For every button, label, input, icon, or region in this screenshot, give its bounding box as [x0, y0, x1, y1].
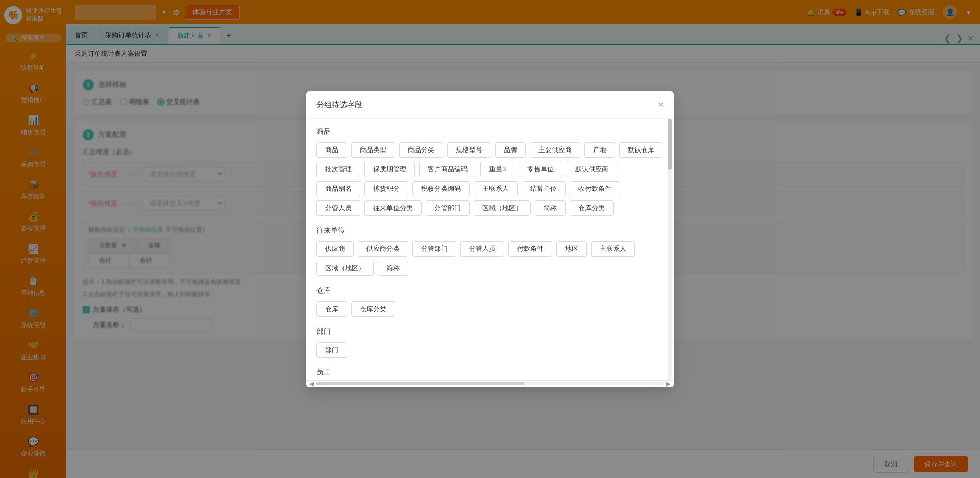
field-chip-customer-code[interactable]: 客户商品编码: [419, 162, 476, 177]
hscroll-thumb: [316, 382, 525, 385]
field-chip-supplier-category[interactable]: 供应商分类: [358, 241, 408, 257]
field-chip-main-contact[interactable]: 主联系人: [474, 181, 518, 196]
field-chip-product-alias[interactable]: 商品别名: [316, 181, 360, 196]
field-chip-batch-mgmt[interactable]: 批次管理: [316, 162, 360, 177]
hscroll-track[interactable]: [316, 382, 664, 385]
field-chip-product-category[interactable]: 商品分类: [399, 142, 443, 158]
field-chip-dept[interactable]: 部门: [316, 342, 347, 358]
field-chip-region3[interactable]: 区域（地区）: [316, 261, 374, 276]
warehouse-section-title: 仓库: [316, 286, 664, 295]
counterparty-field-grid: 供应商 供应商分类 分管部门 分管人员 付款条件 地区 主联系人 区域（地区） …: [316, 241, 664, 276]
field-chip-default-supplier[interactable]: 默认供应商: [567, 162, 617, 177]
field-chip-payment-terms[interactable]: 收付款条件: [570, 181, 620, 196]
modal-section-warehouse: 仓库 仓库 仓库分类: [316, 286, 664, 317]
product-section-title: 商品: [316, 127, 664, 136]
field-chip-region2[interactable]: 地区: [556, 241, 587, 257]
field-chip-default-warehouse[interactable]: 默认仓库: [619, 142, 663, 158]
warehouse-field-grid: 仓库 仓库分类: [316, 301, 664, 317]
modal-hscroll: ◀ ▶: [306, 380, 674, 387]
field-chip-settlement-unit[interactable]: 结算单位: [522, 181, 566, 196]
modal-scrollbar-thumb: [668, 119, 672, 170]
field-chip-weight3[interactable]: 重量3: [480, 162, 514, 177]
field-chip-retail-unit[interactable]: 零售单位: [519, 162, 562, 177]
modal-overlay: 分组待选字段 × 商品 商品 商品类型 商品分类 规格型号 品牌 主要供应商 产…: [0, 0, 980, 478]
modal-section-product: 商品 商品 商品类型 商品分类 规格型号 品牌 主要供应商 产地 默认仓库 批次…: [316, 127, 664, 216]
field-chip-manager2[interactable]: 分管人员: [460, 241, 504, 257]
field-chip-main-supplier[interactable]: 主要供应商: [530, 142, 580, 158]
modal-dialog: 分组待选字段 × 商品 商品 商品类型 商品分类 规格型号 品牌 主要供应商 产…: [306, 91, 674, 387]
dept-section-title: 部门: [316, 327, 664, 336]
dept-field-grid: 部门: [316, 342, 664, 358]
field-chip-origin[interactable]: 产地: [584, 142, 615, 158]
field-chip-region[interactable]: 区域（地区）: [474, 200, 531, 216]
modal-title: 分组待选字段: [316, 100, 362, 110]
field-chip-source-unit-category[interactable]: 往来单位分类: [364, 200, 422, 216]
modal-section-counterparty: 往来单位 供应商 供应商分类 分管部门 分管人员 付款条件 地区 主联系人 区域…: [316, 226, 664, 276]
field-chip-stocking-points[interactable]: 拣货积分: [364, 181, 408, 196]
field-chip-tax-code[interactable]: 税收分类编码: [412, 181, 470, 196]
product-field-grid: 商品 商品类型 商品分类 规格型号 品牌 主要供应商 产地 默认仓库 批次管理 …: [316, 142, 664, 216]
modal-section-employee: 员工 业务员: [316, 368, 664, 380]
field-chip-payment-cond[interactable]: 付款条件: [508, 241, 552, 257]
modal-section-dept: 部门 部门: [316, 327, 664, 358]
counterparty-section-title: 往来单位: [316, 226, 664, 235]
field-chip-spec-type[interactable]: 规格型号: [447, 142, 491, 158]
modal-header: 分组待选字段 ×: [306, 91, 674, 119]
modal-close-button[interactable]: ×: [658, 99, 664, 110]
field-chip-abbr[interactable]: 简称: [535, 200, 566, 216]
field-chip-dept-manager[interactable]: 分管部门: [426, 200, 470, 216]
hscroll-left-btn[interactable]: ◀: [309, 380, 314, 387]
field-chip-abbr2[interactable]: 简称: [378, 261, 408, 276]
field-chip-supplier[interactable]: 供应商: [316, 241, 354, 257]
field-chip-warehouse-cat[interactable]: 仓库分类: [351, 301, 395, 317]
hscroll-right-btn[interactable]: ▶: [666, 380, 671, 387]
field-chip-main-contact2[interactable]: 主联系人: [591, 241, 635, 257]
field-chip-dept2[interactable]: 分管部门: [412, 241, 456, 257]
field-chip-manager[interactable]: 分管人员: [316, 200, 360, 216]
field-chip-warehouse[interactable]: 仓库: [316, 301, 347, 317]
field-chip-expiry-mgmt[interactable]: 保质期管理: [364, 162, 415, 177]
employee-section-title: 员工: [316, 368, 664, 377]
modal-scrollbar-track[interactable]: [668, 119, 672, 380]
field-chip-warehouse-category[interactable]: 仓库分类: [570, 200, 614, 216]
field-chip-product[interactable]: 商品: [316, 142, 347, 158]
field-chip-brand[interactable]: 品牌: [495, 142, 526, 158]
modal-body[interactable]: 商品 商品 商品类型 商品分类 规格型号 品牌 主要供应商 产地 默认仓库 批次…: [306, 119, 674, 380]
field-chip-product-type[interactable]: 商品类型: [351, 142, 395, 158]
